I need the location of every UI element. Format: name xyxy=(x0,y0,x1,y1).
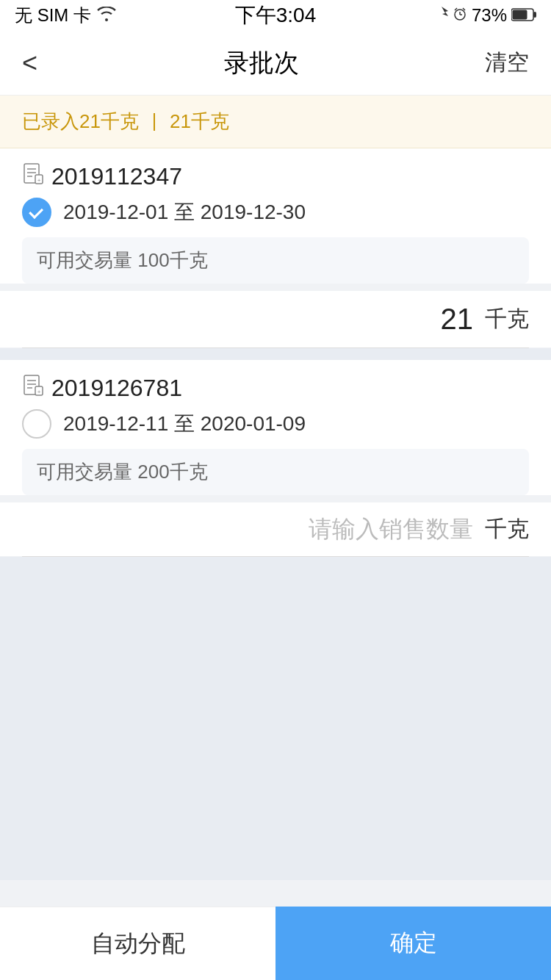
batch1-amount-value: 21 xyxy=(441,303,474,336)
batch2-header: + 2019126781 xyxy=(0,360,551,409)
info-banner: 已录入21千克 21千克 xyxy=(0,96,551,148)
battery-icon xyxy=(511,5,536,26)
location-icon xyxy=(435,5,448,26)
svg-line-3 xyxy=(455,8,457,10)
empty-area xyxy=(0,557,551,880)
bottom-bar: 自动分配 确定 xyxy=(0,907,551,980)
confirm-button[interactable]: 确定 xyxy=(276,907,551,980)
section-gap-1 xyxy=(0,348,551,360)
status-time: 下午3:04 xyxy=(235,1,317,29)
status-right: 73% xyxy=(435,5,536,26)
batch2-id: 2019126781 xyxy=(51,375,182,402)
batch1-date: 2019-12-01 至 2019-12-30 xyxy=(63,198,306,226)
batch1-available: 可用交易量 100千克 xyxy=(22,237,529,284)
batch-card-2: + 2019126781 2019-12-11 至 2020-01-09 可用交… xyxy=(0,360,551,495)
wifi-icon xyxy=(97,5,116,26)
batch2-date-row[interactable]: 2019-12-11 至 2020-01-09 xyxy=(0,409,551,449)
clear-button[interactable]: 清空 xyxy=(485,48,529,78)
auto-assign-button[interactable]: 自动分配 xyxy=(0,907,276,980)
info-divider xyxy=(154,113,155,131)
batch1-date-row[interactable]: 2019-12-01 至 2019-12-30 xyxy=(0,198,551,237)
batch1-radio[interactable] xyxy=(22,198,51,227)
page-title: 录批次 xyxy=(224,46,299,80)
batch1-id: 2019112347 xyxy=(51,163,182,190)
batch1-amount-row: 21 千克 xyxy=(0,291,551,347)
no-sim-label: 无 SIM 卡 xyxy=(15,4,91,27)
batch1-header: + 2019112347 xyxy=(0,148,551,198)
recorded-label: 已录入21千克 xyxy=(22,109,139,134)
batch-card-1: + 2019112347 2019-12-01 至 2019-12-30 可用交… xyxy=(0,148,551,284)
batch2-doc-icon: + xyxy=(22,375,44,402)
alarm-icon xyxy=(453,5,467,26)
batch2-radio[interactable] xyxy=(22,409,51,439)
svg-rect-7 xyxy=(513,10,527,20)
nav-bar: < 录批次 清空 xyxy=(0,31,551,96)
back-button[interactable]: < xyxy=(22,48,37,79)
battery-label: 73% xyxy=(472,5,507,26)
info-value: 21千克 xyxy=(170,109,229,134)
batch1-doc-icon: + xyxy=(22,163,44,190)
status-left: 无 SIM 卡 xyxy=(15,4,116,27)
batch2-date: 2019-12-11 至 2020-01-09 xyxy=(63,410,306,438)
batch2-input-row: 千克 xyxy=(0,502,551,556)
svg-line-4 xyxy=(463,8,465,10)
batch2-qty-input[interactable] xyxy=(253,516,473,543)
svg-rect-6 xyxy=(533,12,536,18)
batch2-input-unit: 千克 xyxy=(485,514,529,544)
svg-text:+: + xyxy=(37,177,41,184)
status-bar: 无 SIM 卡 下午3:04 73% xyxy=(0,0,551,31)
batch2-available: 可用交易量 200千克 xyxy=(22,449,529,495)
batch1-amount-unit: 千克 xyxy=(485,304,529,334)
svg-text:+: + xyxy=(37,389,41,395)
